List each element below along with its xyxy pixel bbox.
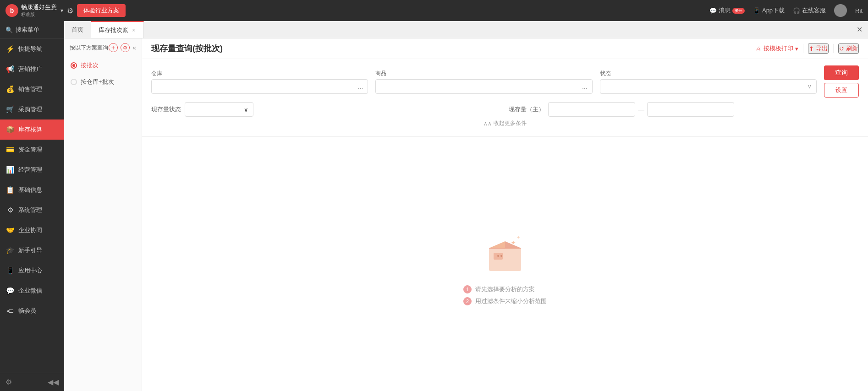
- sales-icon: 💰: [5, 85, 15, 94]
- sidebar-bottom: ⚙ ◀◀: [0, 373, 64, 391]
- svg-rect-0: [489, 248, 521, 271]
- product-input[interactable]: ...: [375, 79, 592, 94]
- stock-quantity-field: 现存量（主） —: [509, 102, 859, 117]
- product-label: 商品: [375, 70, 592, 77]
- sidebar-item-label: 资金管理: [18, 146, 42, 154]
- svg-text:✦: ✦: [516, 235, 520, 240]
- sidebar-item-marketing[interactable]: 📢 营销推广: [0, 59, 64, 79]
- empty-state: ✦ ✦ 1 请先选择要分析的方案 2 用过滤条件来缩小分析范围: [142, 137, 868, 391]
- product-field: 商品 ...: [375, 70, 592, 94]
- collapse-up-icon: ∧∧: [483, 120, 492, 127]
- warehouse-dots-icon[interactable]: ...: [358, 83, 363, 90]
- messages-badge: 99+: [732, 8, 745, 14]
- warehouse-input[interactable]: ...: [151, 79, 368, 94]
- filter-radio-by-warehouse-batch: [71, 79, 77, 85]
- logo-area: b 畅康通好生意 标准版: [5, 3, 57, 18]
- empty-hint-1: 1 请先选择要分析的方案: [463, 285, 547, 293]
- content-area: 首页 库存批次账 × ✕ 按以下方案查询 + ⚙: [64, 21, 868, 391]
- sidebar-item-purchase[interactable]: 🛒 采购管理: [0, 99, 64, 119]
- empty-hint-2: 2 用过滤条件来缩小分析范围: [463, 297, 547, 305]
- enterprise-icon: 🤝: [5, 226, 15, 235]
- status-label: 状态: [600, 70, 817, 77]
- stock-quantity-min-input[interactable]: [548, 102, 635, 117]
- sidebar-item-label: 基础信息: [18, 186, 42, 194]
- hint-num-2: 2: [463, 297, 472, 305]
- hint-num-1: 1: [463, 285, 472, 293]
- sidebar-collapse-icon[interactable]: ◀◀: [48, 378, 59, 386]
- tab-home[interactable]: 首页: [64, 21, 91, 38]
- sidebar-item-enterprise[interactable]: 🤝 企业协同: [0, 220, 64, 240]
- app-center-icon: 📱: [5, 266, 15, 275]
- sidebar-item-membership[interactable]: 🏷 畅会员: [0, 301, 64, 321]
- messages-action[interactable]: 💬 消息 99+: [709, 6, 745, 15]
- filter-item-by-batch[interactable]: 按批次: [64, 57, 142, 74]
- query-btn[interactable]: 查询: [824, 65, 859, 80]
- svg-point-6: [500, 255, 502, 257]
- filter-add-btn[interactable]: +: [109, 43, 118, 52]
- tab-close-icon[interactable]: ×: [131, 26, 136, 34]
- filter-item-by-warehouse-batch[interactable]: 按仓库+批次: [64, 74, 142, 90]
- membership-icon: 🏷: [5, 306, 15, 315]
- sidebar-gear-icon[interactable]: ⚙: [5, 378, 12, 386]
- message-icon: 💬: [709, 7, 717, 14]
- top-header: b 畅康通好生意 标准版 ▾ ⚙ 体验行业方案 💬 消息 99+ 📱 App下载…: [0, 0, 868, 21]
- header-settings-icon[interactable]: ⚙: [67, 6, 73, 15]
- header-left: b 畅康通好生意 标准版 ▾ ⚙ 体验行业方案: [5, 3, 126, 18]
- sidebar-item-system[interactable]: ⚙ 系统管理: [0, 200, 64, 220]
- filter-settings-btn[interactable]: ⚙: [121, 43, 130, 52]
- hint-text-2: 用过滤条件来缩小分析范围: [475, 297, 547, 305]
- tab-inventory-batch[interactable]: 库存批次账 ×: [91, 21, 144, 38]
- sidebar-item-finance[interactable]: 💳 资金管理: [0, 140, 64, 160]
- status-select[interactable]: ∨: [600, 79, 817, 94]
- logo-text-area: 畅康通好生意 标准版: [21, 3, 57, 18]
- stock-quantity-range: —: [548, 102, 734, 117]
- stock-quantity-separator: —: [638, 106, 644, 113]
- header-dropdown[interactable]: ▾: [60, 7, 63, 14]
- trial-btn[interactable]: 体验行业方案: [77, 4, 126, 17]
- status-arrow-icon[interactable]: ∨: [808, 83, 812, 90]
- empty-hints: 1 请先选择要分析的方案 2 用过滤条件来缩小分析范围: [463, 285, 547, 305]
- filter-collapse-btn[interactable]: «: [132, 44, 136, 51]
- print-btn[interactable]: 🖨 按模板打印 ▾: [756, 44, 798, 53]
- empty-illustration: ✦ ✦: [478, 223, 533, 278]
- sidebar-item-label: 营销推广: [18, 65, 42, 73]
- stock-quantity-label: 现存量（主）: [509, 105, 544, 114]
- stock-status-select[interactable]: ∨: [185, 102, 253, 117]
- sidebar-item-quick-nav[interactable]: ⚡ 快捷导航: [0, 39, 64, 59]
- page-title-actions: 🖨 按模板打印 ▾ ⬆ 导出 ↺ 刷新: [756, 43, 859, 54]
- stock-quantity-max-input[interactable]: [647, 102, 734, 117]
- product-dots-icon[interactable]: ...: [582, 83, 588, 90]
- refresh-btn[interactable]: ↺ 刷新: [838, 43, 859, 54]
- filter-panel-actions: + ⚙ «: [109, 43, 136, 52]
- sidebar-item-basics[interactable]: 📋 基础信息: [0, 180, 64, 200]
- collapse-row[interactable]: ∧∧ 收起更多条件: [151, 117, 859, 130]
- finance-icon: 💳: [5, 145, 15, 154]
- app-download-action[interactable]: 📱 App下载: [753, 6, 785, 15]
- svg-point-5: [497, 255, 499, 257]
- operations-icon: 📊: [5, 165, 15, 174]
- warehouse-label: 仓库: [151, 70, 368, 77]
- refresh-icon: ↺: [839, 45, 844, 52]
- online-service-action[interactable]: 🎧 在线客服: [793, 6, 826, 15]
- sidebar-item-newbie[interactable]: 🎓 新手引导: [0, 240, 64, 261]
- tab-panel-close-btn[interactable]: ✕: [851, 25, 868, 34]
- avatar[interactable]: [834, 4, 847, 17]
- print-dropdown-icon[interactable]: ▾: [795, 45, 798, 52]
- sidebar-item-app-center[interactable]: 📱 应用中心: [0, 261, 64, 281]
- marketing-icon: 📢: [5, 65, 15, 74]
- sidebar-item-inventory[interactable]: 📦 库存核算: [0, 119, 64, 140]
- divider2: [833, 44, 834, 53]
- settings-query-btn[interactable]: 设置: [824, 83, 859, 98]
- svg-marker-1: [489, 241, 505, 248]
- sidebar-search[interactable]: 🔍 搜索菜单: [0, 21, 64, 39]
- sidebar-item-sales[interactable]: 💰 销售管理: [0, 79, 64, 99]
- system-icon: ⚙: [5, 206, 15, 215]
- svg-text:✦: ✦: [511, 239, 516, 246]
- export-btn[interactable]: ⬆ 导出: [808, 43, 829, 54]
- sidebar-item-wechat[interactable]: 💬 企业微信: [0, 281, 64, 301]
- purchase-icon: 🛒: [5, 105, 15, 114]
- status-field: 状态 ∨: [600, 70, 817, 94]
- sidebar-item-operations[interactable]: 📊 经营管理: [0, 160, 64, 180]
- export-icon: ⬆: [809, 45, 814, 52]
- sidebar: 🔍 搜索菜单 ⚡ 快捷导航 📢 营销推广 💰 销售管理 🛒 采购管理 📦 库存核…: [0, 21, 64, 391]
